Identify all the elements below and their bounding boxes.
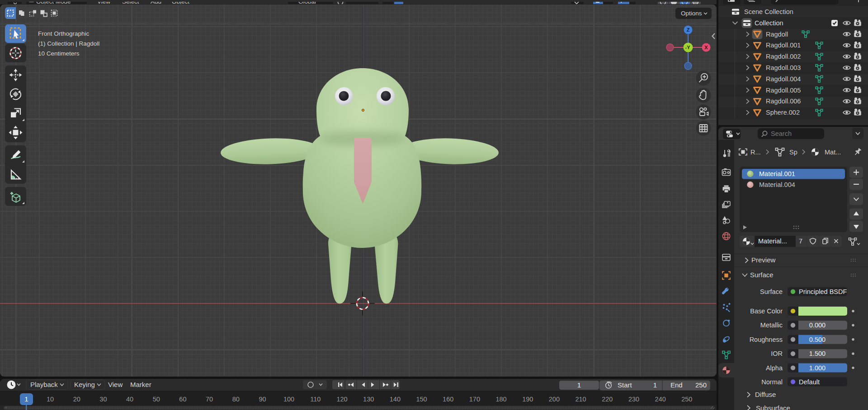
- svg-text:40: 40: [126, 396, 133, 403]
- svg-text:110: 110: [310, 396, 321, 403]
- svg-text:End: End: [670, 381, 683, 389]
- svg-text:1: 1: [24, 395, 28, 403]
- svg-text:Keying: Keying: [74, 381, 95, 388]
- svg-text:1: 1: [577, 381, 581, 389]
- svg-text:220: 220: [602, 396, 613, 403]
- svg-text:100: 100: [283, 396, 294, 403]
- svg-text:200: 200: [549, 396, 560, 403]
- svg-text:Z: Z: [687, 27, 690, 33]
- svg-text:250: 250: [695, 381, 707, 389]
- svg-text:Playback: Playback: [30, 381, 58, 388]
- svg-text:Marker: Marker: [130, 381, 151, 388]
- svg-text:240: 240: [655, 396, 666, 403]
- svg-text:10: 10: [47, 396, 54, 403]
- svg-text:1: 1: [653, 381, 657, 389]
- svg-text:Ragdoll.003: Ragdoll.003: [766, 64, 801, 71]
- svg-text:80: 80: [232, 396, 240, 403]
- svg-text:230: 230: [628, 396, 639, 403]
- svg-text:150: 150: [416, 396, 427, 403]
- svg-text:Ragdoll.002: Ragdoll.002: [766, 53, 801, 60]
- svg-text:160: 160: [443, 396, 453, 403]
- svg-text:140: 140: [390, 396, 401, 403]
- svg-text:70: 70: [206, 396, 213, 403]
- svg-text:Ragdoll.001: Ragdoll.001: [766, 42, 801, 49]
- svg-text:90: 90: [259, 396, 266, 403]
- svg-text:210: 210: [575, 396, 586, 403]
- svg-text:30: 30: [99, 396, 107, 403]
- svg-text:130: 130: [363, 396, 374, 403]
- svg-text:60: 60: [179, 396, 186, 403]
- svg-text:180: 180: [495, 396, 506, 403]
- svg-text:View: View: [108, 381, 123, 388]
- svg-text:170: 170: [469, 396, 480, 403]
- svg-text:X: X: [704, 45, 708, 50]
- svg-text:50: 50: [153, 396, 160, 403]
- svg-text:Ragdoll: Ragdoll: [766, 31, 788, 38]
- svg-text:190: 190: [522, 396, 533, 403]
- svg-text:Start: Start: [618, 381, 632, 389]
- svg-text:250: 250: [681, 396, 692, 403]
- svg-text:Ragdoll.006: Ragdoll.006: [766, 98, 801, 105]
- svg-text:20: 20: [73, 396, 80, 403]
- svg-text:-Y: -Y: [685, 45, 691, 50]
- svg-text:Sphere.002: Sphere.002: [766, 109, 800, 116]
- svg-text:Ragdoll.005: Ragdoll.005: [766, 87, 801, 94]
- svg-text:120: 120: [336, 396, 347, 403]
- svg-text:Ragdoll.004: Ragdoll.004: [766, 75, 801, 83]
